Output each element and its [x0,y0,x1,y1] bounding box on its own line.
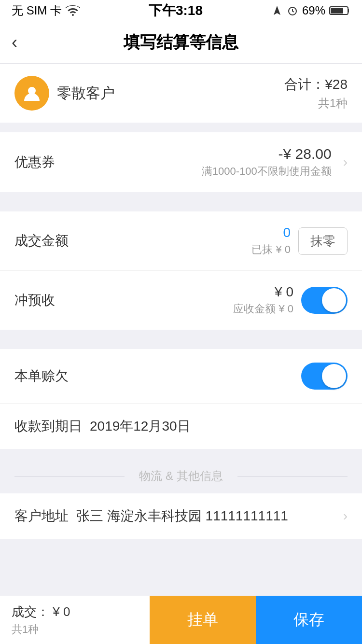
address-chevron-icon: › [343,508,348,524]
separator-1 [0,202,362,211]
coupon-section: 优惠券 -¥ 28.00 满1000-100不限制使用金额 › [0,132,362,192]
divider-line-left [14,476,125,476]
customer-total: 合计：¥28 共1种 [284,75,348,111]
footer: 成交： ¥ 0 共1种 挂单 保存 [0,596,362,644]
prepayment-value: ¥ 0 [233,284,293,300]
deal-amount-right: 0 已抹 ¥ 0 抹零 [251,225,348,257]
logistics-label: 物流 & 其他信息 [139,468,223,484]
debit-section: 本单赊欠 收款到期日 2019年12月30日 [0,349,362,449]
deal-amount-col: 0 已抹 ¥ 0 [251,225,291,257]
coupon-label: 优惠券 [14,153,55,171]
footer-count: 共1种 [12,622,138,637]
prepayment-label: 冲预收 [14,291,55,309]
prepayment-sub: 应收金额 ¥ 0 [233,302,293,316]
prepayment-row: 冲预收 ¥ 0 应收金额 ¥ 0 [0,271,362,330]
coupon-amount: -¥ 28.00 [202,146,332,162]
coupon-sub: 满1000-100不限制使用金额 [202,164,332,179]
coupon-value-col: -¥ 28.00 满1000-100不限制使用金额 [202,146,332,179]
deal-amount-row: 成交金额 0 已抹 ¥ 0 抹零 [0,211,362,271]
wifi-icon [66,5,80,16]
due-date-label: 收款到期日 [14,417,82,435]
status-right: 69% [271,4,350,17]
debit-right [301,363,348,390]
debit-label: 本单赊欠 [14,367,69,385]
coupon-chevron-icon: › [343,154,348,170]
debit-row: 本单赊欠 [0,349,362,404]
address-section: 客户地址 张三 海淀永丰科技园 11111111111 › [0,493,362,539]
footer-info: 成交： ¥ 0 共1种 [0,603,150,637]
address-value: 张三 海淀永丰科技园 11111111111 [76,507,332,525]
debit-toggle-knob [322,364,346,388]
coupon-row[interactable]: 优惠券 -¥ 28.00 满1000-100不限制使用金额 › [0,132,362,192]
separator-2 [0,339,362,349]
coupon-right: -¥ 28.00 满1000-100不限制使用金额 › [202,146,348,179]
total-count: 共1种 [284,96,348,111]
battery-icon [329,5,350,16]
svg-rect-2 [331,8,343,14]
status-bar: 无 SIM 卡 下午3:18 69% [0,0,362,21]
alarm-icon [287,5,298,16]
footer-deal-label: 成交： [12,604,49,619]
amount-section: 成交金额 0 已抹 ¥ 0 抹零 冲预收 ¥ 0 应收金额 ¥ 0 [0,211,362,330]
footer-deal-value: ¥ 0 [53,604,70,619]
prepayment-toggle[interactable] [301,287,348,314]
customer-card: 零散客户 合计：¥28 共1种 [0,64,362,123]
prepayment-right: ¥ 0 应收金额 ¥ 0 [233,284,348,316]
status-left: 无 SIM 卡 [12,3,80,18]
debit-toggle[interactable] [301,363,348,390]
page-title: 填写结算等信息 [124,31,238,54]
battery-label: 69% [302,4,325,17]
avatar [14,76,49,111]
due-date-value: 2019年12月30日 [90,417,191,435]
suspend-button[interactable]: 挂单 [150,596,256,644]
prepayment-col: ¥ 0 应收金额 ¥ 0 [233,284,293,316]
nav-bar: ‹ 填写结算等信息 [0,21,362,64]
time-label: 下午3:18 [149,1,203,20]
deal-amount-sub: 已抹 ¥ 0 [251,242,291,257]
toggle-knob [322,288,346,312]
deal-amount-value: 0 [251,225,291,240]
location-icon [271,5,283,16]
back-button[interactable]: ‹ [12,32,17,53]
save-button[interactable]: 保存 [256,596,362,644]
deal-amount-label: 成交金额 [14,232,69,250]
address-label: 客户地址 [14,507,69,525]
carrier-label: 无 SIM 卡 [12,3,62,18]
address-row[interactable]: 客户地址 张三 海淀永丰科技园 11111111111 › [0,493,362,539]
customer-name: 零散客户 [57,84,115,103]
round-zero-button[interactable]: 抹零 [298,227,348,255]
due-date-row: 收款到期日 2019年12月30日 [0,404,362,449]
logistics-divider: 物流 & 其他信息 [0,459,362,493]
total-amount: 合计：¥28 [284,75,348,94]
divider-line-right [237,476,348,476]
footer-deal: 成交： ¥ 0 [12,603,138,620]
main-content: 零散客户 合计：¥28 共1种 优惠券 -¥ 28.00 满1000-100不限… [0,64,362,644]
customer-info: 零散客户 [14,76,115,111]
